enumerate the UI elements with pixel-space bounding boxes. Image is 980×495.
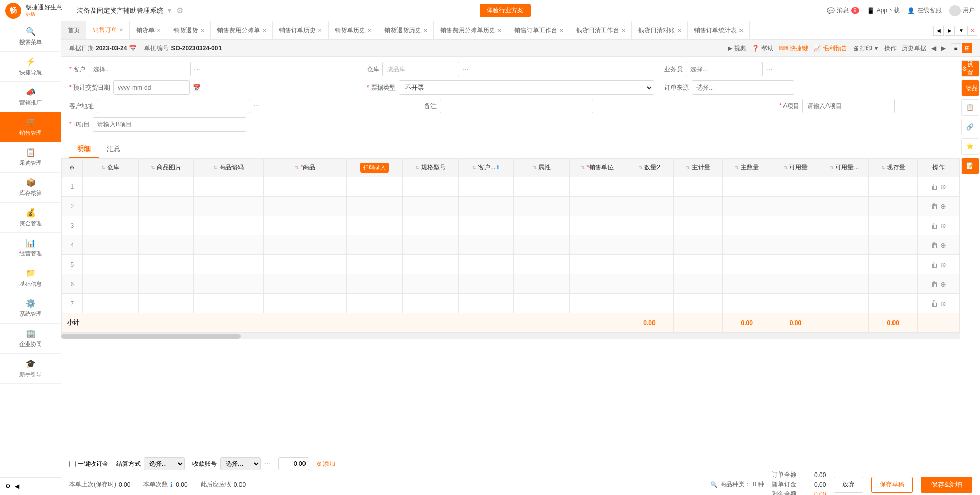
view-action[interactable]: ▶ 视频: [728, 44, 747, 53]
panel-btn-3[interactable]: ⭐: [961, 138, 979, 155]
tab-nav-left[interactable]: ◀: [933, 26, 944, 36]
tab-close-statistics[interactable]: ✕: [739, 28, 743, 33]
online-service-item[interactable]: 👤 在线客服: [907, 6, 942, 15]
delete-row-2-icon[interactable]: 🗑: [931, 202, 938, 210]
scrollbar-thumb[interactable]: [61, 334, 241, 339]
col-scan[interactable]: 扫码录入: [347, 159, 403, 177]
horizontal-scrollbar[interactable]: [61, 333, 960, 339]
sidebar-item-search[interactable]: 🔍 搜索菜单: [0, 21, 61, 52]
print-action[interactable]: 🖨 打印 ▼: [853, 44, 879, 53]
sidebar-bottom[interactable]: ⚙ ◀: [0, 477, 61, 495]
shortcut-action[interactable]: ⌨ 快捷键: [779, 44, 808, 53]
add-material-btn[interactable]: +物品: [961, 80, 979, 96]
amount-input[interactable]: [278, 457, 309, 470]
sidebar-item-marketing[interactable]: 📣 营销推广: [0, 82, 61, 112]
address-dots-btn[interactable]: ···: [253, 101, 260, 111]
settings-gear-icon[interactable]: ⚙: [176, 6, 183, 15]
tab-sales-statistics[interactable]: 销售订单统计表 ✕: [688, 21, 750, 40]
order-source-input[interactable]: [692, 80, 794, 95]
add-payment-button[interactable]: ⊕ 添加: [317, 460, 335, 468]
remarks-input[interactable]: [440, 99, 593, 113]
delivery-calendar-icon[interactable]: 📅: [193, 84, 201, 91]
save-new-button[interactable]: 保存&新增: [921, 477, 972, 493]
copy-row-3-icon[interactable]: ⊕: [940, 222, 946, 230]
tab-summary[interactable]: 汇总: [99, 141, 128, 158]
col-config[interactable]: ⚙: [62, 159, 83, 177]
sidebar-item-enterprise[interactable]: 🏢 企业协同: [0, 324, 61, 354]
goods-count[interactable]: 🔍 商品种类： 0 种: [710, 480, 764, 489]
salesperson-input[interactable]: [686, 62, 763, 76]
warehouse-dots-btn[interactable]: ···: [462, 64, 469, 74]
delete-row-4-icon[interactable]: 🗑: [931, 241, 938, 249]
tab-close-order-workbench[interactable]: ✕: [559, 28, 563, 33]
tab-sales-order[interactable]: 销售订单 ✕: [86, 21, 130, 40]
copy-row-5-icon[interactable]: ⊕: [940, 261, 946, 269]
discard-button[interactable]: 放弃: [834, 477, 863, 493]
prev-record-action[interactable]: ◀: [931, 45, 936, 52]
tab-sales-order-history[interactable]: 销售订单历史 ✕: [273, 21, 329, 40]
next-record-action[interactable]: ▶: [941, 45, 946, 52]
tab-close-sales-return[interactable]: ✕: [200, 28, 204, 33]
help-action[interactable]: ❓ 帮助: [752, 44, 774, 53]
copy-row-2-icon[interactable]: ⊕: [940, 202, 946, 210]
list-view-btn[interactable]: ≡: [951, 43, 961, 53]
tab-sales-expense-split[interactable]: 销售费用分摊单 ✕: [211, 21, 273, 40]
tab-close-bill-history[interactable]: ✕: [367, 28, 372, 33]
tab-close-return-history[interactable]: ✕: [423, 28, 427, 33]
sidebar-item-finance[interactable]: 💰 资金管理: [0, 203, 61, 233]
app-download-item[interactable]: 📱 App下载: [867, 6, 900, 15]
tab-close-expense-history[interactable]: ✕: [497, 28, 502, 33]
customer-dots-btn[interactable]: ···: [194, 64, 201, 74]
copy-row-6-icon[interactable]: ⊕: [940, 280, 946, 288]
copy-row-4-icon[interactable]: ⊕: [940, 241, 946, 249]
tab-close-cash-account[interactable]: ✕: [677, 28, 681, 33]
scan-button[interactable]: 扫码录入: [360, 163, 389, 173]
settings-panel-btn[interactable]: ⚙ 设置: [961, 60, 979, 77]
tab-close-sales-bill[interactable]: ✕: [157, 28, 161, 33]
account-dots-btn[interactable]: ···: [264, 459, 271, 468]
warehouse-input[interactable]: [382, 62, 459, 76]
sidebar-item-operations[interactable]: 📊 经营管理: [0, 233, 61, 263]
tab-detail[interactable]: 明细: [69, 141, 99, 158]
tab-sales-return[interactable]: 销货退货 ✕: [167, 21, 211, 40]
tab-close-order-history[interactable]: ✕: [318, 28, 322, 33]
delete-row-3-icon[interactable]: 🗑: [931, 222, 938, 230]
panel-btn-1[interactable]: 📋: [961, 99, 979, 116]
panel-btn-2[interactable]: 🔗: [961, 119, 979, 135]
panel-btn-4[interactable]: 📝: [961, 158, 979, 174]
tab-cash-daily-account[interactable]: 钱货日清对账 ✕: [632, 21, 688, 40]
address-input[interactable]: [97, 99, 250, 113]
tab-sales-bill-history[interactable]: 销货单历史 ✕: [329, 21, 378, 40]
one-click-checkbox-input[interactable]: [69, 461, 76, 467]
one-click-checkbox[interactable]: 一键收订金: [69, 460, 108, 468]
history-action[interactable]: 历史单据: [902, 44, 926, 53]
tab-close-sales-order[interactable]: ✕: [119, 27, 123, 33]
sidebar-item-system[interactable]: ⚙️ 系统管理: [0, 293, 61, 324]
invoice-select[interactable]: 不开票 增值税普通发票 增值税专用发票: [399, 80, 655, 95]
save-draft-button[interactable]: 保存草稿: [871, 477, 913, 493]
sidebar-item-purchase[interactable]: 📋 采购管理: [0, 142, 61, 173]
tab-cash-daily-workbench[interactable]: 钱货日清工作台 ✕: [570, 21, 632, 40]
tab-close-all[interactable]: ✕: [967, 26, 977, 36]
tab-close-cash-workbench[interactable]: ✕: [621, 28, 625, 33]
sidebar-item-sales[interactable]: 🛒 销售管理: [0, 112, 61, 142]
tab-order-workbench[interactable]: 销售订单工作台 ✕: [508, 21, 570, 40]
account-select[interactable]: 选择...: [220, 457, 261, 470]
tab-close-expense-split[interactable]: ✕: [262, 28, 266, 33]
project-b-input[interactable]: [93, 117, 246, 132]
delete-row-1-icon[interactable]: 🗑: [931, 183, 938, 191]
tab-sales-bill[interactable]: 销货单 ✕: [130, 21, 167, 40]
tab-home[interactable]: 首页: [61, 21, 86, 40]
delivery-date-input[interactable]: [113, 80, 190, 95]
salesperson-dots-btn[interactable]: ···: [766, 64, 772, 74]
message-item[interactable]: 💬 消息 9: [827, 6, 859, 15]
delete-row-6-icon[interactable]: 🗑: [931, 280, 938, 288]
sidebar-item-guide[interactable]: 🎓 新手引导: [0, 354, 61, 384]
sidebar-item-basic[interactable]: 📁 基础信息: [0, 263, 61, 293]
grid-view-btn[interactable]: ⊞: [962, 43, 972, 53]
copy-row-7-icon[interactable]: ⊕: [940, 299, 946, 308]
delete-row-5-icon[interactable]: 🗑: [931, 261, 938, 269]
payment-select[interactable]: 选择...: [144, 457, 185, 470]
operation-action[interactable]: 操作: [884, 44, 897, 53]
tab-nav-menu[interactable]: ▼: [956, 26, 966, 36]
